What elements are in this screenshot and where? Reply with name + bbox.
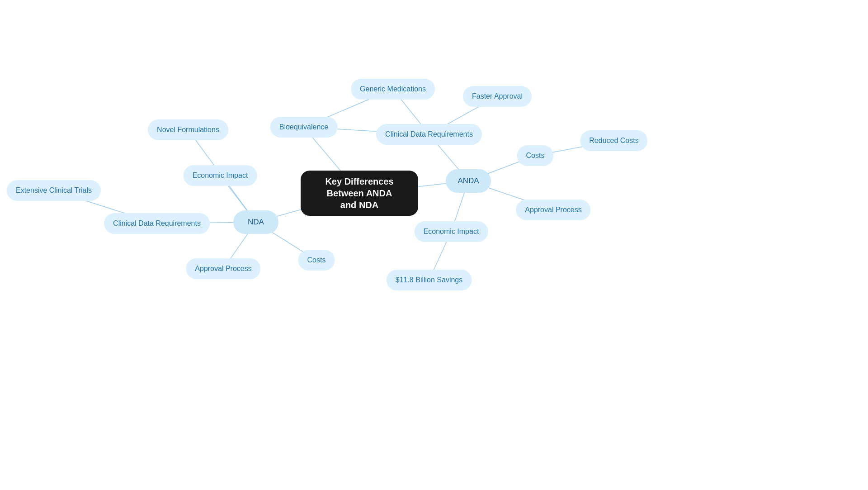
anda-approval-node[interactable]: Approval Process	[516, 200, 590, 220]
anda-costs-node[interactable]: Costs	[517, 145, 554, 166]
bioequivalence-node[interactable]: Bioequivalence	[270, 117, 338, 138]
anda-economic-label: Economic Impact	[424, 228, 479, 236]
faster-approval-label: Faster Approval	[472, 92, 523, 100]
nda-clinical-label: Clinical Data Requirements	[113, 219, 201, 228]
bioequivalence-label: Bioequivalence	[279, 123, 329, 131]
novel-formulations-node[interactable]: Novel Formulations	[148, 119, 228, 140]
anda-clinical-node[interactable]: Clinical Data Requirements	[376, 124, 482, 145]
reduced-costs-node[interactable]: Reduced Costs	[580, 130, 647, 151]
nda-node[interactable]: NDA	[233, 210, 278, 234]
nda-approval-node[interactable]: Approval Process	[186, 258, 260, 279]
faster-approval-node[interactable]: Faster Approval	[463, 86, 532, 107]
savings-node[interactable]: $11.8 Billion Savings	[387, 270, 472, 290]
nda-clinical-node[interactable]: Clinical Data Requirements	[104, 213, 210, 234]
extensive-clinical-label: Extensive Clinical Trials	[16, 186, 92, 195]
novel-formulations-label: Novel Formulations	[157, 126, 219, 134]
reduced-costs-label: Reduced Costs	[589, 137, 638, 145]
nda-costs-node[interactable]: Costs	[298, 250, 335, 271]
nda-approval-label: Approval Process	[195, 265, 251, 273]
center-label: Key Differences Between ANDA and NDA	[310, 176, 409, 211]
nda-label: NDA	[248, 218, 264, 227]
generic-medications-label: Generic Medications	[360, 85, 426, 93]
anda-costs-label: Costs	[526, 152, 545, 160]
center-node[interactable]: Key Differences Between ANDA and NDA	[301, 171, 418, 216]
nda-economic-node[interactable]: Economic Impact	[184, 165, 257, 186]
anda-approval-label: Approval Process	[525, 206, 581, 214]
nda-economic-label: Economic Impact	[193, 171, 248, 180]
extensive-clinical-node[interactable]: Extensive Clinical Trials	[7, 180, 101, 201]
generic-medications-node[interactable]: Generic Medications	[351, 79, 435, 100]
savings-label: $11.8 Billion Savings	[396, 276, 463, 284]
anda-economic-node[interactable]: Economic Impact	[415, 221, 488, 242]
nda-costs-label: Costs	[307, 256, 326, 264]
anda-node[interactable]: ANDA	[446, 169, 491, 193]
anda-label: ANDA	[458, 176, 479, 186]
anda-clinical-label: Clinical Data Requirements	[385, 130, 473, 138]
